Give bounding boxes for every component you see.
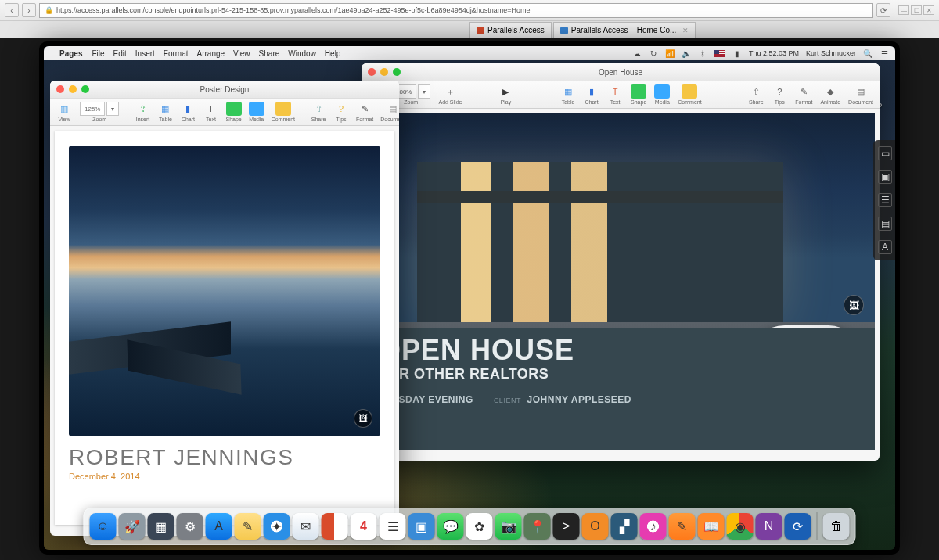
dock-trash[interactable]: 🗑	[823, 513, 850, 540]
pages-insert-button[interactable]: ⇪Insert	[135, 102, 150, 122]
menu-arrange[interactable]: Arrange	[197, 49, 225, 58]
menu-format[interactable]: Format	[164, 49, 189, 58]
keynote-document-button[interactable]: ▤Document	[848, 84, 873, 105]
dock-terminal[interactable]: >	[553, 513, 580, 540]
pages-format-button[interactable]: ✎Format	[356, 102, 373, 122]
pages-chart-button[interactable]: ▮Chart	[180, 102, 196, 122]
dock-app-store[interactable]: A	[206, 513, 232, 540]
slide-client[interactable]: JOHNNY APPLESEED	[527, 394, 631, 405]
dock-notes[interactable]: ✎	[235, 513, 261, 540]
menu-insert[interactable]: Insert	[135, 49, 155, 58]
maximize-button[interactable]: ☐	[911, 5, 922, 15]
icloud-icon[interactable]: ☁	[632, 48, 642, 58]
side-tool-4[interactable]: A	[878, 240, 892, 254]
reload-button[interactable]: ⟳	[876, 3, 890, 17]
bluetooth-icon[interactable]: ᚼ	[698, 48, 707, 58]
dock-teamviewer[interactable]: ⟳	[785, 513, 811, 540]
keynote-slide-canvas[interactable]: 🖼 OPEN HOUSE FOR OTHER REALTORS TUESDAY …	[366, 113, 875, 450]
browser-tab-1[interactable]: Parallels Access	[470, 22, 552, 38]
pages-shape-button[interactable]: Shape	[225, 102, 241, 122]
image-placeholder-icon[interactable]: 🖼	[844, 295, 864, 315]
side-tool-2[interactable]: ☰	[878, 193, 892, 207]
pages-document-button[interactable]: ▤Document	[380, 102, 399, 122]
document-photo[interactable]: 🖼	[69, 146, 380, 436]
notification-center-icon[interactable]: ☰	[880, 48, 889, 58]
pages-window[interactable]: Poster Design ▥View 125%▾ Zoom ⇪Insert▦T…	[50, 81, 399, 536]
back-button[interactable]: ‹	[5, 3, 19, 17]
keynote-table-button[interactable]: ▦Table	[560, 84, 576, 105]
dock-onenote[interactable]: N	[756, 513, 782, 540]
close-traffic-light[interactable]	[56, 85, 64, 93]
keynote-titlebar[interactable]: Open House	[362, 63, 880, 81]
keynote-tips-button[interactable]: ?Tips	[772, 84, 787, 105]
dock-mail[interactable]: ✉	[293, 513, 319, 540]
image-placeholder-icon[interactable]: 🖼	[354, 409, 372, 428]
keynote-shape-button[interactable]: Shape	[631, 84, 646, 105]
dock-pixelmator[interactable]: ▞	[611, 513, 638, 540]
zoom-traffic-light[interactable]	[81, 85, 89, 93]
keynote-window[interactable]: Open House ▥View 100%▾ Zoom ＋Add Slide ▶…	[362, 63, 880, 461]
browser-tab-2[interactable]: Parallels Access – Home Co... ✕	[553, 22, 696, 38]
minimize-traffic-light[interactable]	[69, 85, 77, 93]
keynote-media-button[interactable]: Media	[654, 84, 670, 105]
minimize-traffic-light[interactable]	[380, 68, 388, 76]
battery-icon[interactable]: ▮	[732, 48, 742, 58]
slide-subtitle[interactable]: FOR OTHER REALTORS	[379, 366, 862, 382]
add-slide-button[interactable]: ＋Add Slide	[438, 84, 462, 105]
menu-view[interactable]: View	[233, 49, 250, 58]
keynote-share-button[interactable]: ⇧Share	[748, 84, 764, 105]
keynote-text-button[interactable]: TText	[607, 84, 623, 105]
dock-itunes[interactable]: ♪	[640, 513, 667, 540]
close-traffic-light[interactable]	[368, 68, 376, 76]
dock-reminders[interactable]: ☰	[380, 513, 406, 540]
dock-mission-control[interactable]: ▦	[148, 513, 174, 540]
side-tool-1[interactable]: ▣	[878, 170, 892, 184]
dock-calendar[interactable]: 4	[351, 513, 377, 540]
dock-safari[interactable]: ✦	[264, 513, 290, 540]
pages-comment-button[interactable]: Comment	[272, 102, 295, 122]
menubar-clock[interactable]: Thu 2:52:03 PM	[749, 49, 799, 57]
pages-media-button[interactable]: Media	[249, 102, 264, 122]
pages-document[interactable]: 🖼 ROBERT JENNINGS December 4, 2014	[55, 131, 394, 525]
menu-help[interactable]: Help	[325, 49, 341, 58]
pages-text-button[interactable]: TText	[203, 102, 218, 122]
slide-text-band[interactable]: OPEN HOUSE FOR OTHER REALTORS TUESDAY EV…	[366, 328, 875, 450]
timemachine-icon[interactable]: ↻	[649, 48, 658, 58]
dock-facetime[interactable]: 📷	[495, 513, 522, 540]
dock-messages[interactable]: 💬	[437, 513, 464, 540]
play-button[interactable]: ▶Play	[498, 84, 513, 105]
zoom-traffic-light[interactable]	[393, 68, 401, 76]
side-tool-0[interactable]: ▭	[878, 146, 892, 160]
forward-button[interactable]: ›	[22, 3, 36, 17]
dock-launchpad[interactable]: 🚀	[119, 513, 146, 540]
keynote-comment-button[interactable]: Comment	[678, 84, 701, 105]
menu-file[interactable]: File	[92, 49, 104, 58]
document-date[interactable]: December 4, 2014	[69, 472, 380, 481]
app-menu[interactable]: Pages	[59, 49, 82, 58]
view-button[interactable]: ▥View	[56, 102, 72, 122]
side-tool-3[interactable]: ▤	[878, 217, 892, 231]
pages-titlebar[interactable]: Poster Design	[50, 81, 399, 98]
mac-desktop[interactable]: Pages FileEditInsertFormatArrangeViewSha…	[44, 46, 895, 550]
menubar-user[interactable]: Kurt Schmucker	[806, 49, 856, 57]
dock-photos[interactable]: ✿	[466, 513, 493, 540]
zoom-control[interactable]: 125%▾ Zoom	[80, 102, 119, 122]
keynote-animate-button[interactable]: ◆Animate	[820, 84, 840, 105]
dock-preview[interactable]: ▣	[408, 513, 435, 540]
dock-pages[interactable]: ✎	[669, 513, 696, 540]
pages-share-button[interactable]: ⇧Share	[311, 102, 326, 122]
slide-title[interactable]: OPEN HOUSE	[379, 336, 862, 364]
dock-chrome[interactable]: ◉	[727, 513, 754, 540]
pages-tips-button[interactable]: ?Tips	[333, 102, 349, 122]
input-source-flag-icon[interactable]	[714, 50, 725, 57]
dock-finder[interactable]: ☺	[90, 513, 117, 540]
dock-maps[interactable]: 📍	[524, 513, 551, 540]
volume-icon[interactable]: 🔈	[682, 48, 691, 58]
wifi-icon[interactable]: 📶	[665, 48, 675, 58]
menu-share[interactable]: Share	[259, 49, 280, 58]
dock-system-preferences[interactable]: ⚙	[177, 513, 203, 540]
spotlight-icon[interactable]: 🔍	[863, 48, 872, 58]
dock-parallels[interactable]	[322, 513, 348, 540]
pages-table-button[interactable]: ▦Table	[157, 102, 173, 122]
close-button[interactable]: ✕	[923, 5, 934, 15]
